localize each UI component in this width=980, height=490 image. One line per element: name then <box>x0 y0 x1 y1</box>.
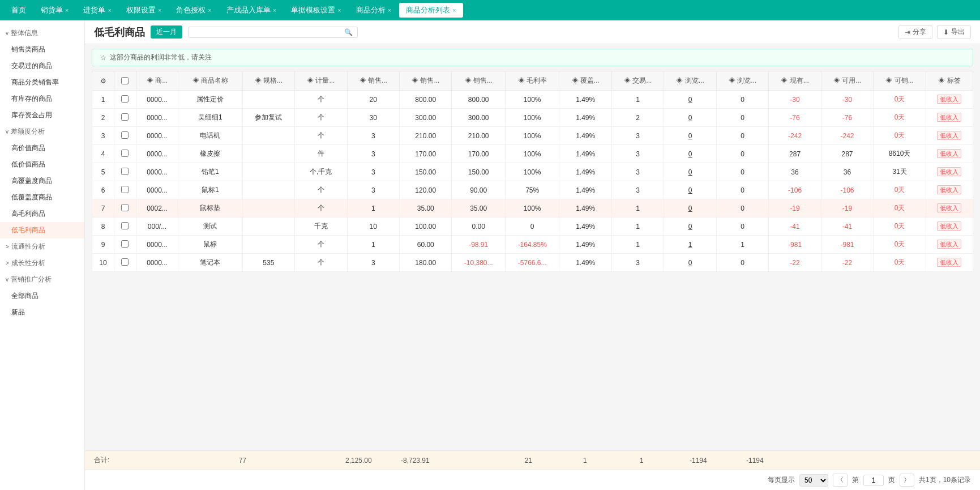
nav-item-商品分析列表[interactable]: 商品分析列表× <box>399 3 463 18</box>
nav-close-商品分析列表[interactable]: × <box>452 7 456 14</box>
nav-item-销货单[interactable]: 销货单× <box>34 3 75 18</box>
col-browse1[interactable]: ◈ 浏览... <box>664 71 716 91</box>
table-header-row: ⚙ ◈ 商... ◈ 商品名称 ◈ 规格... ◈ 计量... ◈ 销售... … <box>92 71 973 91</box>
row-browse1[interactable]: 0 <box>664 181 716 199</box>
row-checkbox[interactable] <box>114 163 136 181</box>
col-unit[interactable]: ◈ 计量... <box>295 71 347 91</box>
row-browse1[interactable]: 0 <box>664 254 716 272</box>
col-spec[interactable]: ◈ 规格... <box>242 71 294 91</box>
sidebar-group-整体信息[interactable]: v 整体信息 <box>0 25 84 41</box>
nav-item-进货单[interactable]: 进货单× <box>76 3 118 18</box>
col-tag[interactable]: ◈ 标签 <box>926 71 973 91</box>
nav-item-首页[interactable]: 首页 <box>5 3 33 18</box>
select-all-checkbox[interactable] <box>121 77 129 84</box>
row-select[interactable] <box>121 113 129 121</box>
col-coverage[interactable]: ◈ 覆盖... <box>559 71 611 91</box>
nav-item-商品分析[interactable]: 商品分析× <box>349 3 398 18</box>
row-select[interactable] <box>121 168 129 175</box>
row-browse1[interactable]: 1 <box>664 236 716 254</box>
row-select[interactable] <box>121 186 129 193</box>
row-browse1[interactable]: 0 <box>664 163 716 181</box>
sidebar-item-全部商品[interactable]: 全部商品 <box>0 288 84 304</box>
col-settings[interactable]: ⚙ <box>92 71 114 91</box>
col-current[interactable]: ◈ 现有... <box>769 71 821 91</box>
sidebar-group-差额度分析[interactable]: v 差额度分析 <box>0 123 84 140</box>
row-checkbox[interactable] <box>114 254 136 272</box>
nav-close-销货单[interactable]: × <box>65 7 69 14</box>
nav-item-权限设置[interactable]: 权限设置× <box>119 3 168 18</box>
sidebar-item-库存资金占用[interactable]: 库存资金占用 <box>0 107 84 123</box>
nav-item-单据模板设置[interactable]: 单据模板设置× <box>284 3 348 18</box>
row-checkbox[interactable] <box>114 109 136 127</box>
nav-close-进货单[interactable]: × <box>108 7 111 14</box>
row-checkbox[interactable] <box>114 145 136 163</box>
sidebar-group-流通性分析[interactable]: > 流通性分析 <box>0 238 84 255</box>
sidebar-item-新品[interactable]: 新品 <box>0 304 84 321</box>
col-sales-price[interactable]: ◈ 销售... <box>399 71 451 91</box>
row-checkbox[interactable] <box>114 91 136 109</box>
row-checkbox[interactable] <box>114 127 136 145</box>
sidebar-item-商品分类销售率[interactable]: 商品分类销售率 <box>0 74 84 91</box>
table-area[interactable]: ⚙ ◈ 商... ◈ 商品名称 ◈ 规格... ◈ 计量... ◈ 销售... … <box>92 71 973 450</box>
col-available[interactable]: ◈ 可用... <box>821 71 873 91</box>
sidebar-item-低覆盖度商品[interactable]: 低覆盖度商品 <box>0 189 84 206</box>
share-button[interactable]: ⇥ 分享 <box>898 25 932 39</box>
col-gross-margin[interactable]: ◈ 毛利率 <box>505 71 559 91</box>
row-browse1[interactable]: 0 <box>664 91 716 109</box>
row-select[interactable] <box>121 204 129 211</box>
row-checkbox[interactable] <box>114 199 136 218</box>
sidebar-item-低价值商品[interactable]: 低价值商品 <box>0 156 84 173</box>
prev-page-btn[interactable]: 〈 <box>833 474 848 487</box>
col-sales-qty[interactable]: ◈ 销售... <box>347 71 399 91</box>
export-button[interactable]: ⬇ 导出 <box>937 25 971 39</box>
sidebar-item-销售类商品[interactable]: 销售类商品 <box>0 41 84 58</box>
row-browse1[interactable]: 0 <box>664 127 716 145</box>
col-trade[interactable]: ◈ 交易... <box>611 71 664 91</box>
table-row: 4 0000... 橡皮擦 件 3 170.00 170.00 100% 1.4… <box>92 145 973 163</box>
col-saleable[interactable]: ◈ 可销... <box>874 71 926 91</box>
nav-item-角色授权[interactable]: 角色授权× <box>169 3 218 18</box>
row-browse1[interactable]: 0 <box>664 199 716 218</box>
row-browse1[interactable]: 0 <box>664 218 716 236</box>
next-page-btn[interactable]: 〉 <box>900 474 914 487</box>
row-trade: 1 <box>611 218 664 236</box>
row-select[interactable] <box>121 258 129 266</box>
col-checkbox[interactable] <box>114 71 136 91</box>
row-browse1[interactable]: 0 <box>664 109 716 127</box>
nav-item-产成品入库单[interactable]: 产成品入库单× <box>220 3 283 18</box>
col-code[interactable]: ◈ 商... <box>136 71 178 91</box>
sidebar-item-交易过的商品[interactable]: 交易过的商品 <box>0 58 84 74</box>
page-input[interactable] <box>863 475 884 486</box>
row-select[interactable] <box>121 222 129 229</box>
col-sales-amount[interactable]: ◈ 销售... <box>452 71 506 91</box>
sidebar-item-高毛利商品[interactable]: 高毛利商品 <box>0 206 84 222</box>
col-browse2[interactable]: ◈ 浏览... <box>716 71 768 91</box>
sidebar-item-高价值商品[interactable]: 高价值商品 <box>0 140 84 156</box>
nav-close-产成品入库单[interactable]: × <box>273 7 276 14</box>
nav-close-角色授权[interactable]: × <box>208 7 211 14</box>
sidebar-group-成长性分析[interactable]: > 成长性分析 <box>0 255 84 271</box>
row-browse1[interactable]: 0 <box>664 145 716 163</box>
row-select[interactable] <box>121 150 129 157</box>
nav-close-权限设置[interactable]: × <box>158 7 161 14</box>
row-saleable: 0天 <box>874 199 926 218</box>
row-select[interactable] <box>121 95 129 103</box>
sidebar-item-有库存的商品[interactable]: 有库存的商品 <box>0 91 84 107</box>
row-checkbox[interactable] <box>114 181 136 199</box>
row-select[interactable] <box>121 240 129 248</box>
col-name[interactable]: ◈ 商品名称 <box>178 71 242 91</box>
per-page-select[interactable]: 50 100 200 <box>799 474 828 487</box>
search-input[interactable] <box>193 28 344 36</box>
row-browse2: 0 <box>716 181 768 199</box>
filter-btn[interactable]: 近一月 <box>151 25 182 39</box>
row-checkbox[interactable] <box>114 218 136 236</box>
nav-close-单据模板设置[interactable]: × <box>337 7 341 14</box>
row-tag: 低收入 <box>926 127 973 145</box>
row-checkbox[interactable] <box>114 236 136 254</box>
alert-text: 这部分商品的利润非常低，请关注 <box>110 53 212 62</box>
nav-close-商品分析[interactable]: × <box>388 7 391 14</box>
sidebar-item-高覆盖度商品[interactable]: 高覆盖度商品 <box>0 173 84 189</box>
sidebar-item-低毛利商品[interactable]: 低毛利商品 <box>0 222 84 238</box>
row-select[interactable] <box>121 131 129 139</box>
sidebar-group-营销推广分析[interactable]: v 营销推广分析 <box>0 271 84 288</box>
